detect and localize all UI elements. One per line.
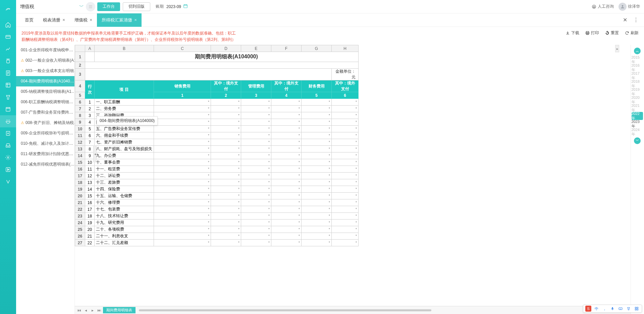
- row-header[interactable]: 3: [75, 69, 85, 80]
- col-header[interactable]: D: [211, 45, 241, 52]
- data-cell[interactable]: *: [154, 226, 211, 233]
- reset-button[interactable]: 重置: [605, 30, 619, 36]
- col-header[interactable]: G: [302, 45, 332, 52]
- sheet-horizontal-scrollbar[interactable]: [139, 309, 627, 312]
- row-header[interactable]: 6: [75, 99, 85, 106]
- col-header[interactable]: F: [271, 45, 302, 52]
- data-cell[interactable]: *: [211, 186, 241, 193]
- nav-settings-icon[interactable]: [0, 151, 16, 164]
- data-cell[interactable]: *: [154, 126, 211, 132]
- data-cell[interactable]: *: [302, 206, 332, 213]
- year-button[interactable]: 2016年: [632, 64, 643, 72]
- data-cell[interactable]: *: [241, 99, 271, 106]
- data-cell[interactable]: *: [154, 213, 211, 219]
- data-cell[interactable]: *: [271, 233, 302, 240]
- data-cell[interactable]: *: [154, 152, 211, 159]
- tab-3[interactable]: 所得税汇算清缴✕: [97, 13, 142, 27]
- data-cell[interactable]: *: [332, 126, 359, 132]
- data-cell[interactable]: *: [154, 240, 211, 246]
- sheet-nav-last-icon[interactable]: ⏭: [96, 308, 102, 313]
- nav-play-icon[interactable]: [0, 164, 16, 176]
- data-cell[interactable]: *: [211, 139, 241, 146]
- data-cell[interactable]: *: [241, 106, 271, 112]
- row-header[interactable]: 17: [75, 173, 85, 179]
- data-cell[interactable]: *: [302, 152, 332, 159]
- data-cell[interactable]: *: [271, 119, 302, 126]
- nav-calendar-icon[interactable]: [0, 103, 16, 115]
- row-header[interactable]: 13: [75, 146, 85, 152]
- tab-2[interactable]: 增值税✕: [70, 13, 97, 27]
- data-cell[interactable]: *: [332, 193, 359, 199]
- data-cell[interactable]: *: [241, 112, 271, 119]
- data-cell[interactable]: *: [211, 206, 241, 213]
- calendar-icon[interactable]: [183, 4, 188, 9]
- data-cell[interactable]: *: [302, 219, 332, 226]
- close-icon[interactable]: ✕: [90, 18, 92, 22]
- row-header[interactable]: 14: [75, 152, 85, 159]
- data-cell[interactable]: *: [271, 193, 302, 199]
- data-cell[interactable]: *: [211, 152, 241, 159]
- row-header[interactable]: 7: [75, 106, 85, 112]
- ime-skin-icon[interactable]: [626, 306, 632, 312]
- data-cell[interactable]: *: [154, 159, 211, 166]
- data-cell[interactable]: *: [332, 99, 359, 106]
- year-button[interactable]: 2015年: [632, 56, 643, 64]
- data-cell[interactable]: *: [211, 240, 241, 246]
- ime-mic-icon[interactable]: [609, 306, 615, 312]
- row-header[interactable]: 16: [75, 166, 85, 173]
- doclist-item-4[interactable]: 005-纳税调整项目明细表(A1…: [16, 86, 74, 97]
- nav-inbox-icon[interactable]: [0, 139, 16, 151]
- data-cell[interactable]: *: [241, 193, 271, 199]
- data-cell[interactable]: *: [241, 119, 271, 126]
- data-cell[interactable]: *: [332, 179, 359, 186]
- data-cell[interactable]: *: [241, 206, 271, 213]
- row-header[interactable]: 8: [75, 112, 85, 119]
- row-header[interactable]: 5: [75, 92, 85, 99]
- data-cell[interactable]: *: [241, 213, 271, 219]
- doclist-item-7[interactable]: ⚠008-资产折旧、摊销及纳税…: [16, 118, 74, 128]
- data-cell[interactable]: *: [154, 199, 211, 206]
- data-cell[interactable]: *: [211, 99, 241, 106]
- nav-form-icon[interactable]: [0, 79, 16, 91]
- data-cell[interactable]: *: [241, 240, 271, 246]
- row-header[interactable]: 19: [75, 186, 85, 193]
- data-cell[interactable]: *: [302, 99, 332, 106]
- tab-1[interactable]: 税表清册✕: [38, 13, 70, 27]
- data-cell[interactable]: *: [271, 166, 302, 173]
- list-toggle-button[interactable]: [86, 2, 95, 11]
- year-scroll-down-icon[interactable]: ︾: [634, 137, 641, 144]
- data-cell[interactable]: *: [302, 139, 332, 146]
- data-cell[interactable]: *: [211, 199, 241, 206]
- data-cell[interactable]: *: [241, 233, 271, 240]
- row-header[interactable]: 2: [75, 62, 85, 69]
- close-all-tabs-button[interactable]: ✕: [622, 17, 629, 23]
- data-cell[interactable]: *: [154, 179, 211, 186]
- data-cell[interactable]: *: [241, 152, 271, 159]
- data-cell[interactable]: *: [154, 146, 211, 152]
- ime-keyboard-icon[interactable]: [618, 306, 624, 312]
- ime-punct-icon[interactable]: ，: [601, 306, 607, 312]
- refresh-button[interactable]: 刷新: [625, 30, 639, 36]
- row-header[interactable]: 20: [75, 193, 85, 199]
- year-button[interactable]: 2018年: [632, 80, 643, 88]
- doclist-item-11[interactable]: 012-减免所得税优惠明细表(…: [16, 159, 74, 170]
- data-cell[interactable]: *: [332, 106, 359, 112]
- data-cell[interactable]: *: [271, 126, 302, 132]
- download-button[interactable]: 下载: [566, 30, 579, 36]
- data-cell[interactable]: *: [154, 132, 211, 139]
- sheet-nav-first-icon[interactable]: ⏮: [76, 308, 82, 313]
- data-cell[interactable]: *: [302, 186, 332, 193]
- ime-logo-icon[interactable]: S: [585, 306, 591, 312]
- year-button[interactable]: 2023年: [632, 120, 643, 128]
- nav-home-icon[interactable]: [0, 19, 16, 31]
- col-header[interactable]: H: [332, 45, 359, 52]
- col-header[interactable]: E: [241, 45, 271, 52]
- support-button[interactable]: 人工咨询: [592, 4, 614, 9]
- data-cell[interactable]: *: [154, 106, 211, 112]
- data-cell[interactable]: *: [302, 199, 332, 206]
- data-cell[interactable]: *: [241, 126, 271, 132]
- doclist-item-9[interactable]: 010-免税、减计收入及加计…: [16, 138, 74, 149]
- data-cell[interactable]: *: [302, 126, 332, 132]
- user-menu[interactable]: 徐泽华: [619, 3, 640, 11]
- data-cell[interactable]: *: [211, 132, 241, 139]
